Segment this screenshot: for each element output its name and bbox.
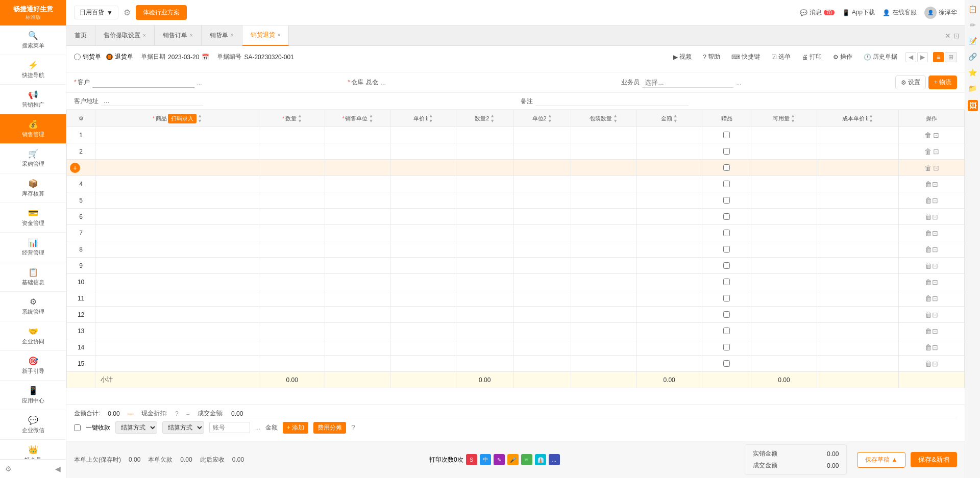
tab-price-settings[interactable]: 售价提取设置 × <box>95 26 155 46</box>
gift-checkbox[interactable] <box>723 262 730 269</box>
radio-return-input[interactable] <box>106 54 113 60</box>
experience-button[interactable]: 体验行业方案 <box>136 5 187 20</box>
sidebar-item-marketing[interactable]: 📢 营销推广 <box>0 85 66 114</box>
delete-icon[interactable]: 🗑 <box>925 278 932 286</box>
one-click-payment-checkbox[interactable] <box>74 424 81 431</box>
fullscreen-icon[interactable]: ⊡ <box>953 32 960 40</box>
scan-input-btn[interactable]: 扫码录入 <box>168 114 197 123</box>
customer-dots[interactable]: ... <box>197 79 202 86</box>
copy-icon[interactable]: ⊡ <box>932 343 938 351</box>
gear-icon[interactable]: ⚙ <box>124 8 131 17</box>
copy-icon[interactable]: ⊡ <box>932 229 938 237</box>
unit-cell[interactable] <box>325 127 390 143</box>
delete-icon[interactable]: 🗑 <box>925 196 932 205</box>
gift-checkbox[interactable] <box>723 246 730 253</box>
radio-return[interactable]: 退货单 <box>106 53 133 61</box>
right-panel-item-3[interactable]: 📝 <box>968 37 977 45</box>
copy-icon[interactable]: ⊡ <box>932 311 938 319</box>
right-panel-item-4[interactable]: 🔗 <box>968 53 977 61</box>
tab-home[interactable]: 首页 <box>66 26 95 46</box>
sidebar-item-finance[interactable]: 💳 资金管理 <box>0 203 66 233</box>
copy-icon[interactable]: ⊡ <box>932 294 938 303</box>
customer-input[interactable] <box>92 78 194 88</box>
pack-cell[interactable] <box>571 143 636 160</box>
remark-input[interactable] <box>535 96 689 106</box>
radio-sale[interactable]: 销货单 <box>74 53 101 61</box>
gift-checkbox[interactable] <box>723 197 730 204</box>
user-profile[interactable]: 👤 徐泽华 <box>924 7 957 19</box>
cost-cell[interactable] <box>817 160 899 176</box>
notification-item[interactable]: 💬 消息 70 <box>800 8 835 17</box>
list-view-btn[interactable]: ≡ <box>933 52 944 62</box>
gift-cell[interactable] <box>702 143 751 160</box>
address-input[interactable] <box>101 96 203 106</box>
sidebar-item-member[interactable]: 👑 畅会员 <box>0 440 66 459</box>
unit-cell[interactable] <box>325 160 390 176</box>
toolbox-icon-7[interactable]: ... <box>549 454 560 465</box>
qty2-cell[interactable] <box>456 160 513 176</box>
gift-checkbox[interactable] <box>723 360 730 367</box>
copy-icon[interactable]: ⊡ <box>932 245 938 254</box>
radio-sale-input[interactable] <box>74 54 81 60</box>
avail-cell[interactable] <box>751 160 817 176</box>
qty-cell[interactable] <box>259 127 325 143</box>
unit2-cell[interactable] <box>513 160 571 176</box>
gift-cell[interactable] <box>702 160 751 176</box>
toolbox-icon-4[interactable]: 🎤 <box>507 454 519 465</box>
select-btn[interactable]: ☑ 选单 <box>768 51 794 63</box>
prev-arrow[interactable]: ◀ <box>905 52 916 62</box>
gift-checkbox[interactable] <box>723 311 730 318</box>
logistics-btn[interactable]: + 物流 <box>928 76 957 89</box>
qty2-cell[interactable] <box>456 127 513 143</box>
tab-sales-delivery[interactable]: 销货单 × <box>202 26 242 46</box>
close-tab-icon[interactable]: ✕ <box>945 32 951 40</box>
unit2-cell[interactable] <box>513 143 571 160</box>
th-settings[interactable]: ⚙ <box>67 110 95 127</box>
settings-bottom-icon[interactable]: ⚙ <box>5 465 12 473</box>
delete-icon[interactable]: 🗑 <box>924 164 932 172</box>
delete-icon[interactable]: 🗑 <box>925 327 932 335</box>
delete-icon[interactable]: 🗑 <box>925 311 932 319</box>
gift-checkbox[interactable] <box>723 181 730 187</box>
right-panel-item-2[interactable]: ✏ <box>970 21 976 29</box>
right-panel-item-1[interactable]: 📋 <box>968 5 977 13</box>
gift-checkbox[interactable] <box>723 164 730 171</box>
calendar-icon[interactable]: 📅 <box>202 54 209 61</box>
staff-input[interactable] <box>642 78 733 88</box>
add-button[interactable]: + 添加 <box>283 422 308 434</box>
qty-cell[interactable] <box>259 143 325 160</box>
sidebar-item-operations[interactable]: 📊 经营管理 <box>0 233 66 262</box>
sidebar-item-quick-nav[interactable]: ⚡ 快捷导航 <box>0 55 66 85</box>
delete-icon[interactable]: 🗑 <box>925 180 932 188</box>
sidebar-item-inventory[interactable]: 📦 库存核算 <box>0 173 66 203</box>
gift-checkbox[interactable] <box>723 132 730 138</box>
pack-cell[interactable] <box>571 127 636 143</box>
toolbox-icon-6[interactable]: 👔 <box>535 454 546 465</box>
cost-cell[interactable] <box>817 127 899 143</box>
tab-sales-order[interactable]: 销售订单 × <box>155 26 202 46</box>
avail-cell[interactable] <box>751 143 817 160</box>
product-input[interactable] <box>99 164 256 171</box>
save-new-button[interactable]: 保存&新增 <box>911 452 957 467</box>
right-panel-item-7[interactable]: 🖼 <box>968 100 978 111</box>
gift-checkbox[interactable] <box>723 328 730 334</box>
amount-cell[interactable] <box>636 143 702 160</box>
account-input[interactable] <box>209 422 250 433</box>
toolbox-icon-2[interactable]: 中 <box>480 454 491 465</box>
amount-cell[interactable] <box>636 127 702 143</box>
save-draft-button[interactable]: 保存草稿 ▲ <box>857 452 905 468</box>
split-fee-button[interactable]: 费用分摊 <box>313 422 346 434</box>
sidebar-item-app-center[interactable]: 📱 应用中心 <box>0 381 66 410</box>
copy-icon[interactable]: ⊡ <box>932 327 938 335</box>
delete-icon[interactable]: 🗑 <box>925 262 932 270</box>
copy-icon[interactable]: ⊡ <box>933 147 939 156</box>
gift-checkbox[interactable] <box>723 295 730 301</box>
sidebar-item-system[interactable]: ⚙ 系统管理 <box>0 292 66 321</box>
qty2-cell[interactable] <box>456 143 513 160</box>
print-btn[interactable]: 🖨 打印 <box>799 51 825 63</box>
gift-checkbox[interactable] <box>723 148 730 155</box>
gift-checkbox[interactable] <box>723 279 730 285</box>
copy-icon[interactable]: ⊡ <box>932 360 938 368</box>
price-cell[interactable] <box>390 160 456 176</box>
right-panel-item-5[interactable]: ⭐ <box>968 68 977 77</box>
